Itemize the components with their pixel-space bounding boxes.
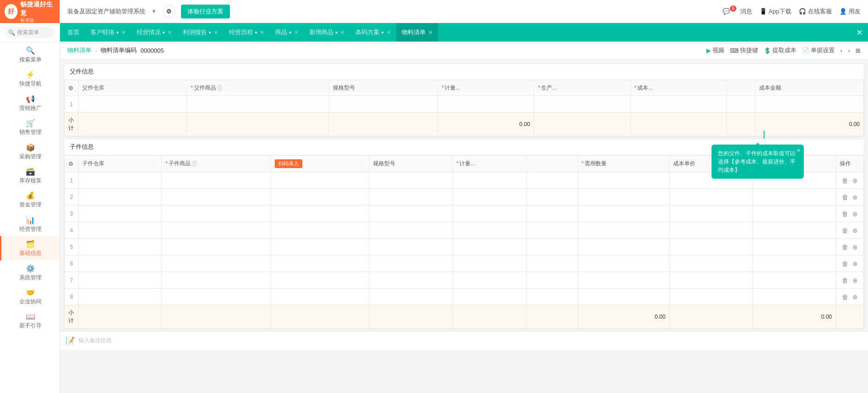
delete-icon-2[interactable]: 🗑 — [841, 193, 849, 201]
view-action[interactable]: ▶ 视频 — [706, 46, 724, 54]
child-row-6-spec[interactable] — [369, 255, 452, 272]
copy-icon-1[interactable]: ⊕ — [851, 176, 859, 185]
sidebar-item-purchase[interactable]: 📦采购管理 — [0, 139, 60, 163]
child-row-6-quantity[interactable] — [578, 255, 669, 272]
child-row-2-product[interactable] — [162, 189, 271, 206]
parent-row-1-production[interactable] — [534, 96, 631, 113]
child-row-7-warehouse[interactable] — [78, 272, 162, 289]
child-row-8-unit[interactable] — [452, 289, 526, 305]
child-col-gear[interactable]: ⚙ — [65, 156, 78, 172]
child-row-2-warehouse[interactable] — [78, 189, 162, 206]
nav-tab-products[interactable]: 商品▾✕ — [270, 23, 304, 42]
child-row-2-unit-cost[interactable] — [669, 189, 753, 206]
child-row-3-warehouse[interactable] — [78, 206, 162, 222]
sidebar-item-finance[interactable]: 💰资金管理 — [0, 187, 60, 212]
copy-icon-2[interactable]: ⊕ — [851, 193, 859, 201]
child-row-4-quantity[interactable] — [578, 222, 669, 239]
child-row-8-unit-cost[interactable] — [669, 289, 753, 305]
search-input-trigger[interactable]: 🔍 搜索菜单 — [5, 27, 55, 38]
nav-tab-barcode[interactable]: 条码方案▾✕ — [350, 23, 396, 42]
child-row-5-unit[interactable] — [452, 239, 526, 255]
message-item[interactable]: 💬 6 消息 — [723, 7, 752, 16]
child-row-2-spec[interactable] — [369, 189, 452, 206]
sidebar-item-sales[interactable]: 🛒销售管理 — [0, 115, 60, 139]
child-row-7-quantity[interactable] — [578, 272, 669, 289]
nav-tab-close-customer[interactable]: ✕ — [121, 30, 126, 36]
nav-tab-close-bom[interactable]: ✕ — [428, 30, 433, 36]
child-row-1-product[interactable] — [162, 172, 271, 189]
child-row-5-unit-cost[interactable] — [669, 239, 753, 255]
nav-tab-customer[interactable]: 客户联络▾✕ — [85, 23, 131, 42]
next-page-button[interactable]: › — [848, 47, 850, 54]
parent-col-gear[interactable]: ⚙ — [65, 80, 78, 96]
scan-button[interactable]: 扫码录入 — [275, 159, 302, 168]
bottom-bar-placeholder[interactable]: 输入备注信息 — [78, 337, 112, 345]
child-row-3-quantity[interactable] — [578, 206, 669, 222]
close-all-tabs-button[interactable]: ✕ — [853, 28, 866, 37]
child-row-8-product[interactable] — [162, 289, 271, 305]
nav-tab-close-new-products[interactable]: ✕ — [340, 30, 344, 36]
child-row-8-spec[interactable] — [369, 289, 452, 305]
nav-tab-profit[interactable]: 利润报告▾✕ — [177, 23, 223, 42]
parent-row-1-cost[interactable] — [630, 96, 727, 113]
child-row-2-unit[interactable] — [452, 189, 526, 206]
nav-tab-close-history[interactable]: ✕ — [260, 30, 264, 36]
sidebar-item-inventory[interactable]: 🗃️库存核算 — [0, 163, 60, 187]
prev-page-button[interactable]: ‹ — [840, 47, 842, 54]
user-item[interactable]: 👤 用友 — [839, 7, 861, 16]
child-row-1-spec[interactable] — [369, 172, 452, 189]
child-col-scan[interactable]: 扫码录入 — [271, 156, 369, 172]
copy-icon-5[interactable]: ⊕ — [851, 243, 859, 251]
child-row-3-unit-cost[interactable] — [669, 206, 753, 222]
child-row-5-spec[interactable] — [369, 239, 452, 255]
sidebar-item-basic-info[interactable]: 🗂️基础信息 — [0, 236, 60, 260]
nav-tab-operations[interactable]: 经营情况▾✕ — [131, 23, 177, 42]
child-row-8-quantity[interactable] — [578, 289, 669, 305]
copy-icon-7[interactable]: ⊕ — [851, 276, 859, 284]
child-row-4-warehouse[interactable] — [78, 222, 162, 239]
grid-view-button[interactable]: ⊞ — [856, 47, 861, 54]
delete-icon-3[interactable]: 🗑 — [841, 210, 849, 218]
tooltip-close-button[interactable]: × — [797, 146, 800, 155]
delete-icon-4[interactable]: 🗑 — [841, 226, 849, 235]
child-row-3-spec[interactable] — [369, 206, 452, 222]
child-row-2-quantity[interactable] — [578, 189, 669, 206]
parent-row-1-spec[interactable] — [329, 96, 438, 113]
child-row-7-spec[interactable] — [369, 272, 452, 289]
child-row-1-quantity[interactable] — [578, 172, 669, 189]
topbar-dropdown-icon[interactable]: ▼ — [151, 8, 157, 15]
nav-tab-close-profit[interactable]: ✕ — [214, 30, 218, 36]
child-row-3-unit[interactable] — [452, 206, 526, 222]
nav-tab-close-operations[interactable]: ✕ — [168, 30, 172, 36]
child-row-6-product[interactable] — [162, 255, 271, 272]
parent-row-1-unit[interactable] — [438, 96, 534, 113]
child-row-7-product[interactable] — [162, 272, 271, 289]
sidebar-item-quick-nav[interactable]: ⚡快捷导航 — [0, 67, 60, 91]
sidebar-item-guide[interactable]: 📖新手引导 — [0, 308, 60, 333]
child-row-5-product[interactable] — [162, 239, 271, 255]
nav-tab-history[interactable]: 经营历程▾✕ — [223, 23, 270, 42]
child-row-1-unit[interactable] — [452, 172, 526, 189]
child-row-3-product[interactable] — [162, 206, 271, 222]
breadcrumb-parent[interactable]: 物料清单 — [67, 46, 91, 54]
child-row-4-spec[interactable] — [369, 222, 452, 239]
delete-icon-1[interactable]: 🗑 — [841, 176, 849, 185]
delete-icon-7[interactable]: 🗑 — [841, 276, 849, 284]
app-download-item[interactable]: 📱 App下载 — [760, 7, 791, 16]
nav-tab-new-products[interactable]: 新增商品▾✕ — [304, 23, 350, 42]
sidebar-item-system[interactable]: ⚙️系统管理 — [0, 260, 60, 284]
child-row-5-warehouse[interactable] — [78, 239, 162, 255]
child-row-4-unit[interactable] — [452, 222, 526, 239]
nav-tab-bom[interactable]: 物料清单✕ — [396, 23, 438, 42]
sidebar-search-area[interactable]: 🔍 搜索菜单 — [0, 23, 60, 42]
child-row-1-warehouse[interactable] — [78, 172, 162, 189]
copy-icon-3[interactable]: ⊕ — [851, 210, 859, 218]
nav-tab-close-products[interactable]: ✕ — [294, 30, 298, 36]
child-row-6-warehouse[interactable] — [78, 255, 162, 272]
child-row-6-unit-cost[interactable] — [669, 255, 753, 272]
copy-icon-6[interactable]: ⊕ — [851, 260, 859, 268]
child-row-6-unit[interactable] — [452, 255, 526, 272]
online-service-item[interactable]: 🎧 在线客服 — [799, 7, 832, 16]
trial-button[interactable]: 体验行业方案 — [181, 5, 230, 18]
sidebar-item-enterprise[interactable]: 🤝企业协同 — [0, 284, 60, 308]
